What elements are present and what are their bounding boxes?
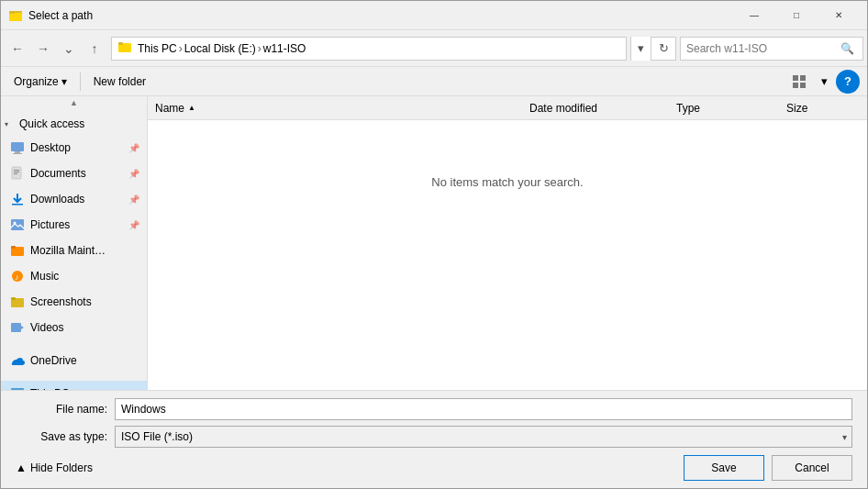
pictures-icon: [8, 216, 27, 234]
mozilla-label: Mozilla Mainte…: [30, 244, 108, 257]
breadcrumb-w11iso[interactable]: w11-ISO: [263, 42, 306, 55]
bottom-panel: File name: Save as type: ISO File (*.iso…: [1, 390, 867, 488]
pictures-pin: 📌: [128, 220, 139, 230]
maximize-button[interactable]: □: [775, 1, 818, 30]
mozilla-icon: [8, 241, 27, 260]
svg-rect-14: [14, 172, 19, 172]
downloads-label: Downloads: [30, 193, 84, 206]
file-list-header: Name ▲ Date modified Type Size: [148, 96, 867, 120]
sidebar-item-onedrive[interactable]: OneDrive: [1, 348, 147, 373]
back-button[interactable]: ←: [5, 36, 30, 61]
column-type-label: Type: [676, 102, 700, 115]
folder-icon: [117, 39, 132, 57]
sidebar-item-downloads[interactable]: Downloads 📌: [1, 186, 147, 212]
documents-pin: 📌: [128, 169, 139, 179]
new-folder-button[interactable]: New folder: [88, 71, 151, 93]
up-button[interactable]: ↑: [82, 36, 107, 61]
svg-rect-27: [11, 388, 24, 390]
svg-rect-24: [11, 297, 16, 300]
new-folder-label: New folder: [94, 75, 146, 88]
videos-icon: [8, 318, 27, 337]
svg-rect-2: [9, 11, 15, 14]
svg-rect-10: [15, 151, 20, 153]
address-dropdown-button[interactable]: ▾: [630, 37, 651, 61]
breadcrumb-localdisk[interactable]: Local Disk (E:): [184, 42, 256, 55]
music-label: Music: [30, 270, 59, 283]
thispc-icon: [8, 384, 27, 390]
hide-folders-arrow: ▲: [16, 461, 27, 474]
view-controls: ▾ ?: [786, 70, 860, 94]
action-buttons: Save Cancel: [684, 455, 852, 481]
column-type[interactable]: Type: [676, 102, 786, 115]
onedrive-label: OneDrive: [30, 354, 77, 367]
hide-folders-button[interactable]: ▲ Hide Folders: [16, 461, 93, 474]
sidebar-section-thispc: This PC: [1, 377, 147, 390]
svg-rect-11: [13, 153, 22, 154]
sidebar-section-quick-access: ▾ Quick access Desktop 📌 Documents 📌: [1, 109, 147, 344]
onedrive-icon: [8, 351, 27, 370]
sidebar: ▲ ▾ Quick access Desktop 📌: [1, 96, 148, 390]
empty-message: No items match your search.: [431, 175, 583, 189]
desktop-pin: 📌: [128, 143, 139, 153]
desktop-label: Desktop: [30, 141, 71, 154]
svg-rect-9: [11, 142, 24, 151]
forward-button[interactable]: →: [30, 36, 56, 61]
downloads-icon: [8, 190, 27, 208]
filetype-row: Save as type: ISO File (*.iso): [16, 426, 852, 448]
search-input[interactable]: [686, 42, 837, 55]
filename-input[interactable]: [115, 398, 852, 420]
sidebar-item-music[interactable]: ♪ Music: [1, 263, 147, 289]
sidebar-section-onedrive: OneDrive: [1, 344, 147, 377]
minimize-button[interactable]: —: [733, 1, 775, 30]
select-path-dialog: Select a path — □ ✕ ← → ⌄ ↑ This PC › Lo…: [0, 0, 868, 489]
sidebar-item-documents[interactable]: Documents 📌: [1, 161, 147, 186]
sidebar-item-screenshots[interactable]: Screenshots: [1, 289, 147, 315]
videos-label: Videos: [30, 321, 63, 334]
column-size[interactable]: Size: [786, 102, 860, 115]
sidebar-scroll-up[interactable]: ▲: [1, 96, 147, 109]
sidebar-item-mozilla[interactable]: Mozilla Mainte…: [1, 238, 147, 263]
navigation-toolbar: ← → ⌄ ↑ This PC › Local Disk (E:) › w11-…: [1, 30, 867, 67]
sidebar-item-desktop[interactable]: Desktop 📌: [1, 135, 147, 161]
search-box: 🔍: [680, 37, 863, 61]
titlebar-buttons: — □ ✕: [733, 1, 860, 30]
svg-rect-7: [793, 83, 798, 88]
filename-label: File name:: [16, 403, 107, 416]
filetype-select-wrapper: ISO File (*.iso): [115, 426, 852, 448]
filetype-select[interactable]: ISO File (*.iso): [115, 426, 852, 448]
sidebar-item-videos[interactable]: Videos: [1, 315, 147, 340]
desktop-icon: [8, 139, 27, 157]
save-button[interactable]: Save: [684, 455, 764, 481]
refresh-button[interactable]: ↻: [651, 37, 676, 61]
breadcrumb-thispc[interactable]: This PC: [138, 42, 177, 55]
svg-rect-15: [14, 173, 17, 174]
view-toggle-button[interactable]: [786, 71, 812, 93]
help-button[interactable]: ?: [836, 70, 860, 94]
documents-icon: [8, 164, 27, 183]
quick-access-header[interactable]: ▾ Quick access: [1, 113, 147, 135]
search-icon[interactable]: 🔍: [837, 42, 857, 55]
recent-locations-button[interactable]: ⌄: [56, 36, 82, 61]
address-bar[interactable]: This PC › Local Disk (E:) › w11-ISO: [111, 37, 627, 61]
svg-rect-8: [800, 83, 806, 88]
sidebar-item-thispc[interactable]: This PC: [1, 381, 147, 390]
organize-button[interactable]: Organize ▾: [8, 71, 72, 93]
view-icon: [792, 74, 807, 89]
titlebar-title: Select a path: [28, 9, 733, 22]
column-date[interactable]: Date modified: [529, 102, 676, 115]
sidebar-item-pictures[interactable]: Pictures 📌: [1, 212, 147, 238]
column-name[interactable]: Name ▲: [155, 102, 529, 115]
thispc-label: This PC: [30, 387, 70, 390]
filetype-label: Save as type:: [16, 430, 107, 443]
organize-arrow: ▾: [61, 75, 67, 88]
view-dropdown-button[interactable]: ▾: [816, 71, 832, 93]
close-button[interactable]: ✕: [818, 1, 860, 30]
svg-rect-13: [14, 170, 19, 171]
svg-marker-26: [21, 326, 24, 329]
svg-rect-17: [11, 219, 24, 230]
file-area: Name ▲ Date modified Type Size No items …: [148, 96, 867, 390]
quick-access-label: Quick access: [19, 117, 84, 130]
cancel-button[interactable]: Cancel: [772, 455, 852, 481]
column-name-label: Name: [155, 102, 184, 115]
svg-rect-20: [11, 246, 16, 249]
